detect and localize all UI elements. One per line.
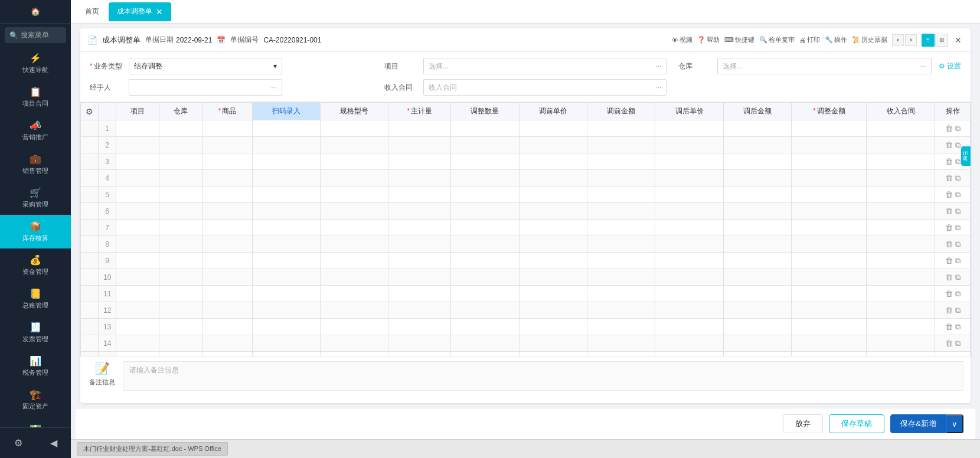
cell-2-2[interactable] [202, 137, 252, 153]
cell-5-2[interactable] [202, 187, 252, 203]
copy-icon-8[interactable]: ⧉ [955, 240, 961, 249]
cell-13-12[interactable] [867, 319, 935, 335]
save-new-button[interactable]: 保存&新增 [890, 414, 946, 433]
cell-14-11[interactable] [792, 335, 867, 352]
cell-3-12[interactable] [867, 153, 935, 170]
cell-9-12[interactable] [867, 253, 935, 269]
cell-13-7[interactable] [519, 319, 587, 335]
cell-2-10[interactable] [723, 137, 791, 153]
cell-14-8[interactable] [587, 335, 655, 352]
cell-4-10[interactable] [723, 170, 791, 187]
cell-1-4[interactable] [320, 120, 388, 137]
cell-14-4[interactable] [320, 335, 388, 352]
agent-input[interactable]: ··· [129, 79, 282, 96]
cell-4-5[interactable] [388, 170, 451, 187]
cell-11-7[interactable] [519, 286, 587, 302]
cell-2-9[interactable] [655, 137, 723, 153]
cell-4-9[interactable] [655, 170, 723, 187]
delete-icon-1[interactable]: 🗑 [945, 124, 953, 133]
cell-9-8[interactable] [587, 253, 655, 269]
cell-5-1[interactable] [159, 187, 202, 203]
copy-icon-10[interactable]: ⧉ [955, 273, 961, 282]
cell-9-0[interactable] [116, 253, 159, 269]
cell-14-0[interactable] [116, 335, 159, 352]
cell-13-11[interactable] [792, 319, 867, 335]
help-action[interactable]: ❓ 帮助 [697, 35, 720, 44]
notes-input[interactable]: 请输入备注信息 [123, 361, 963, 391]
cell-9-10[interactable] [723, 253, 791, 269]
cell-6-5[interactable] [388, 203, 451, 220]
cell-10-3[interactable] [252, 269, 320, 286]
tab-close-icon[interactable]: ✕ [156, 8, 163, 16]
cell-1-6[interactable] [451, 120, 519, 137]
sidebar-item-fund-mgmt[interactable]: 💰资金管理 [0, 248, 71, 282]
cell-10-1[interactable] [159, 269, 202, 286]
sidebar-item-tax-mgmt[interactable]: 📊税务管理 [0, 349, 71, 383]
cell-1-8[interactable] [587, 120, 655, 137]
cell-9-1[interactable] [159, 253, 202, 269]
cell-11-8[interactable] [587, 286, 655, 302]
cell-1-10[interactable] [723, 120, 791, 137]
cell-7-8[interactable] [587, 220, 655, 236]
sidebar-item-fixed-assets[interactable]: 🏗️固定资产 [0, 383, 71, 417]
cell-11-6[interactable] [451, 286, 519, 302]
cell-11-2[interactable] [202, 286, 252, 302]
cell-7-11[interactable] [792, 220, 867, 236]
prev-btn[interactable]: ‹ [892, 34, 904, 46]
cell-13-4[interactable] [320, 319, 388, 335]
cell-13-9[interactable] [655, 319, 723, 335]
cell-1-0[interactable] [116, 120, 159, 137]
cell-4-4[interactable] [320, 170, 388, 187]
cell-9-9[interactable] [655, 253, 723, 269]
sidebar-item-sales-mgmt[interactable]: 💼销售管理 [0, 148, 71, 181]
cell-12-5[interactable] [388, 302, 451, 319]
sidebar-item-sales-promo[interactable]: 📣营销推广 [0, 114, 71, 148]
cell-2-0[interactable] [116, 137, 159, 153]
cell-1-3[interactable] [252, 120, 320, 137]
cell-12-12[interactable] [867, 302, 935, 319]
cell-7-3[interactable] [252, 220, 320, 236]
copy-icon-7[interactable]: ⧉ [955, 223, 961, 233]
next-btn[interactable]: › [905, 34, 917, 46]
cell-13-3[interactable] [252, 319, 320, 335]
cell-10-0[interactable] [116, 269, 159, 286]
tab-home[interactable]: 首页 [77, 2, 107, 21]
cell-8-5[interactable] [388, 236, 451, 253]
review-action[interactable]: 🔍 检单复审 [759, 35, 795, 44]
delete-icon-11[interactable]: 🗑 [945, 289, 953, 299]
cell-1-12[interactable] [867, 120, 935, 137]
copy-icon-12[interactable]: ⧉ [955, 306, 961, 315]
cell-7-10[interactable] [723, 220, 791, 236]
cell-8-4[interactable] [320, 236, 388, 253]
cell-4-3[interactable] [252, 170, 320, 187]
cell-5-9[interactable] [655, 187, 723, 203]
cell-14-12[interactable] [867, 335, 935, 352]
cell-2-8[interactable] [587, 137, 655, 153]
cell-2-12[interactable] [867, 137, 935, 153]
settings-button[interactable]: ⚙ [9, 433, 27, 453]
cell-15-4[interactable] [320, 352, 388, 356]
print-action[interactable]: 🖨 打印 [799, 35, 820, 44]
cell-3-8[interactable] [587, 153, 655, 170]
cell-5-7[interactable] [519, 187, 587, 203]
cell-7-0[interactable] [116, 220, 159, 236]
cell-9-3[interactable] [252, 253, 320, 269]
delete-icon-3[interactable]: 🗑 [945, 157, 953, 166]
cell-12-2[interactable] [202, 302, 252, 319]
cell-12-6[interactable] [451, 302, 519, 319]
cell-8-0[interactable] [116, 236, 159, 253]
cell-8-10[interactable] [723, 236, 791, 253]
cell-5-4[interactable] [320, 187, 388, 203]
cell-6-2[interactable] [202, 203, 252, 220]
search-menu-button[interactable]: 🔍 搜索菜单 [5, 27, 66, 43]
cell-7-12[interactable] [867, 220, 935, 236]
table-settings-icon[interactable]: ⚙ [86, 107, 93, 116]
cell-11-1[interactable] [159, 286, 202, 302]
income-contract-input[interactable]: 收入合同 ··· [423, 79, 667, 96]
cell-15-2[interactable] [202, 352, 252, 356]
cell-14-6[interactable] [451, 335, 519, 352]
history-action[interactable]: 📜 历史票据 [852, 35, 887, 44]
cell-9-11[interactable] [792, 253, 867, 269]
cell-10-7[interactable] [519, 269, 587, 286]
sidebar-item-project-contract[interactable]: 📋项目合同 [0, 80, 71, 114]
